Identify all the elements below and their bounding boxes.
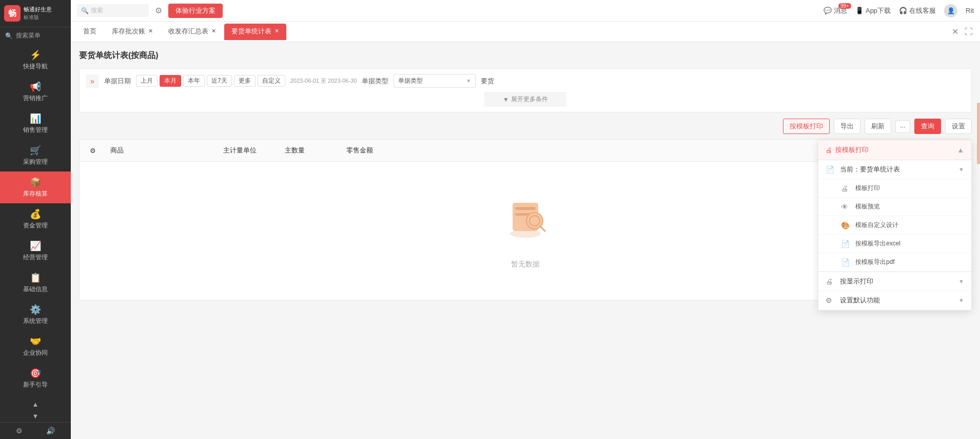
topbar-search-placeholder: 搜索 <box>91 6 103 15</box>
more-options-button[interactable]: ··· <box>895 120 910 133</box>
app-download-item[interactable]: 📱 App下载 <box>855 6 891 15</box>
print-dropdown-close[interactable]: ▲ <box>957 146 964 154</box>
content-area: 要货单统计表(按商品) » 单据日期 上月 本月 本年 近7天 更多 自定义 2… <box>71 42 980 439</box>
trial-button[interactable]: 体验行业方案 <box>168 4 223 18</box>
tab-order-stats-close[interactable]: ✕ <box>275 28 279 34</box>
current-template-arrow: ▼ <box>958 166 964 173</box>
export-excel-icon: 📄 <box>841 240 850 248</box>
date-btn-this-month[interactable]: 本月 <box>160 75 181 87</box>
default-settings-arrow: ▼ <box>958 297 964 303</box>
topbar-search[interactable]: 🔍 搜索 <box>77 4 149 17</box>
sidebar-item-apps[interactable]: 🔲 应用中心 <box>0 394 71 398</box>
export-pdf-item[interactable]: 📄 按模板导出pdf <box>818 253 971 272</box>
empty-icon <box>500 193 551 254</box>
export-excel-label: 按模板导出excel <box>855 239 900 248</box>
sidebar-item-label: 基础信息 <box>23 285 48 294</box>
sidebar-item-label: 系统管理 <box>23 317 48 326</box>
date-btn-custom[interactable]: 自定义 <box>258 75 285 87</box>
filter-bar: » 单据日期 上月 本月 本年 近7天 更多 自定义 2023-06-01 至 … <box>79 68 972 112</box>
template-design-item[interactable]: 🎨 模板自定义设计 <box>818 216 971 235</box>
tab-summary-label: 收发存汇总表 <box>168 27 208 36</box>
display-print-arrow: ▼ <box>958 278 964 284</box>
footer-sound-icon[interactable]: 🔊 <box>46 427 55 435</box>
current-template-item[interactable]: 📄 当前：要货单统计表 ▼ <box>818 160 971 179</box>
sidebar-item-operation[interactable]: 📈 经营管理 <box>0 235 71 267</box>
tab-home[interactable]: 首页 <box>76 24 104 40</box>
default-settings-label: 设置默认功能 <box>840 296 880 305</box>
sidebar-item-sales[interactable]: 📊 销售管理 <box>0 108 71 140</box>
filter-row: » 单据日期 上月 本月 本年 近7天 更多 自定义 2023-06-01 至 … <box>86 74 965 88</box>
svg-line-6 <box>540 226 545 231</box>
query-button[interactable]: 查询 <box>914 119 941 134</box>
sidebar-search[interactable]: 🔍 搜索菜单 <box>0 27 71 44</box>
main-area: 🔍 搜索 ⚙ 体验行业方案 💬 消息 99+ 📱 App下载 🎧 在线客服 👤 … <box>71 0 980 439</box>
tab-order-stats[interactable]: 要货单统计表 ✕ <box>224 24 286 40</box>
expand-more-button[interactable]: ▼ 展开更多条件 <box>484 92 566 107</box>
sidebar-scroll-up[interactable]: ▲ <box>0 398 71 410</box>
template-print-item[interactable]: 🖨 模板打印 <box>818 179 971 198</box>
order-type-placeholder: 单据类型 <box>398 77 423 85</box>
sidebar-item-marketing[interactable]: 📢 营销推广 <box>0 76 71 108</box>
date-btn-7days[interactable]: 近7天 <box>207 75 232 87</box>
date-btn-more[interactable]: 更多 <box>234 75 256 87</box>
print-dropdown-header: 🖨 按模板打印 ▲ <box>818 140 971 160</box>
date-filter-label: 单据日期 <box>104 77 131 86</box>
quicknav-icon: ⚡ <box>30 49 41 61</box>
tab-home-label: 首页 <box>83 27 96 36</box>
user-name[interactable]: Rit <box>966 7 974 14</box>
tab-batch[interactable]: 库存批次账 ✕ <box>105 24 160 40</box>
default-settings-item[interactable]: ⚙ 设置默认功能 ▼ <box>818 291 971 310</box>
tab-order-stats-label: 要货单统计表 <box>231 27 271 36</box>
tab-maximize-button[interactable]: ⛶ <box>963 26 975 37</box>
refresh-button[interactable]: 刷新 <box>865 119 891 134</box>
scrollbar-indicator[interactable] <box>977 103 980 164</box>
avatar[interactable]: 👤 <box>944 4 957 17</box>
sidebar-item-finance[interactable]: 💰 资金管理 <box>0 203 71 235</box>
message-badge: 99+ <box>838 3 851 9</box>
app-download-icon: 📱 <box>855 7 864 14</box>
topbar: 🔍 搜索 ⚙ 体验行业方案 💬 消息 99+ 📱 App下载 🎧 在线客服 👤 … <box>71 0 980 22</box>
date-btn-this-year[interactable]: 本年 <box>183 75 205 87</box>
tab-batch-label: 库存批次账 <box>112 27 145 36</box>
sidebar-item-label: 采购管理 <box>23 158 48 166</box>
online-service-label: 在线客服 <box>909 6 936 15</box>
export-excel-item[interactable]: 📄 按模板导出excel <box>818 235 971 253</box>
topbar-search-icon: 🔍 <box>81 7 89 14</box>
online-service-item[interactable]: 🎧 在线客服 <box>899 6 936 15</box>
print-button[interactable]: 按模板打印 <box>783 119 830 134</box>
footer-settings-icon[interactable]: ⚙ <box>16 427 23 435</box>
tab-summary[interactable]: 收发存汇总表 ✕ <box>161 24 223 40</box>
tab-close-current-button[interactable]: ✕ <box>950 26 961 37</box>
template-design-icon: 🎨 <box>841 221 850 230</box>
print-title-label: 按模板打印 <box>835 145 869 155</box>
date-range: 2023-06-01 至 2023-06-30 <box>290 77 357 85</box>
template-print-icon: 🖨 <box>841 184 850 193</box>
order-type-select[interactable]: 单据类型 ▼ <box>394 74 476 88</box>
th-product: 商品 <box>106 144 219 157</box>
tab-batch-close[interactable]: ✕ <box>148 28 153 34</box>
template-preview-item[interactable]: 👁 模板预览 <box>818 198 971 216</box>
th-settings[interactable]: ⚙ <box>86 145 106 157</box>
template-preview-label: 模板预览 <box>855 202 880 211</box>
sidebar-item-guide[interactable]: 🎯 新手引导 <box>0 362 71 394</box>
settings-button[interactable]: 设置 <box>945 119 972 134</box>
sidebar-item-quicknav[interactable]: ⚡ 快捷导航 <box>0 44 71 76</box>
sidebar-item-enterprise[interactable]: 🤝 企业协同 <box>0 331 71 362</box>
sidebar-item-basic[interactable]: 📋 基础信息 <box>0 267 71 299</box>
sidebar-scroll-down[interactable]: ▼ <box>0 410 71 422</box>
date-btn-last-month[interactable]: 上月 <box>136 75 158 87</box>
default-settings-icon: ⚙ <box>826 296 835 304</box>
message-item[interactable]: 💬 消息 99+ <box>824 6 847 15</box>
expand-icon: ▼ <box>503 96 509 103</box>
sidebar-item-label: 资金管理 <box>23 221 48 230</box>
sidebar-item-purchase[interactable]: 🛒 采购管理 <box>0 140 71 171</box>
topbar-gear-icon[interactable]: ⚙ <box>153 6 164 15</box>
sidebar-item-system[interactable]: ⚙️ 系统管理 <box>0 299 71 331</box>
filter-expand-icon[interactable]: » <box>86 74 99 88</box>
sidebar-item-inventory[interactable]: 📦 库存核算 <box>0 171 71 203</box>
display-print-item[interactable]: 🖨 按显示打印 ▼ <box>818 272 971 291</box>
search-icon: 🔍 <box>5 32 13 40</box>
template-print-label: 模板打印 <box>855 184 880 193</box>
tab-summary-close[interactable]: ✕ <box>211 28 216 34</box>
export-button[interactable]: 导出 <box>834 119 860 134</box>
